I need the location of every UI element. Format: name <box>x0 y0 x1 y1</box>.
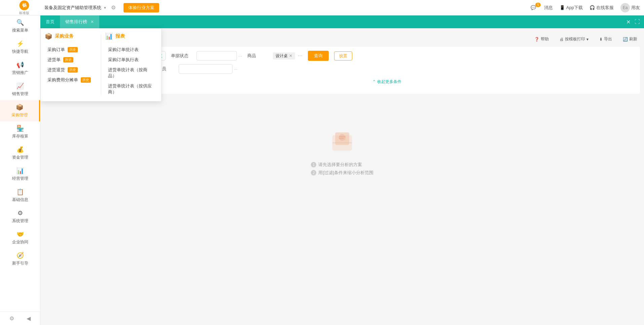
sidebar-item-sales[interactable]: 📈 销售管理 <box>0 79 40 100</box>
dropdown-item-purchase-expense[interactable]: 采购费用分摊单 历史 <box>45 75 97 85</box>
sidebar-item-search-menu[interactable]: 🔍 搜索菜单 <box>0 15 40 37</box>
tab-home-label: 首页 <box>46 19 55 25</box>
flash-icon: ⚡ <box>16 40 24 47</box>
svg-point-4 <box>339 134 346 141</box>
tab-sales-ranking[interactable]: 销售排行榜 ✕ <box>60 15 99 28</box>
dropdown-item-label: 采购订单执行表 <box>108 57 139 63</box>
sidebar-item-label: 库存核算 <box>12 133 28 139</box>
goods-filter-wrapper: 设计桌 ✕ ··· <box>273 52 302 59</box>
main-layout: 🔍 搜索菜单 ⚡ 快捷导航 📢 营销推广 📈 销售管理 📦 采购管理 🏪 <box>0 15 644 325</box>
dropdown-item-order-execution[interactable]: 采购订单执行表 <box>105 55 157 65</box>
status-dots: ··· <box>238 53 242 58</box>
goods-dots: ··· <box>298 53 302 59</box>
print-button[interactable]: 🖨 按模板打印 ▾ <box>557 35 591 43</box>
megaphone-icon: 📢 <box>16 61 24 69</box>
dropdown-title-purchase: 📦 采购业务 <box>45 33 97 42</box>
sidebar-item-basic-info[interactable]: 📋 基础信息 <box>0 185 40 206</box>
sidebar-item-system[interactable]: ⚙ 系统管理 <box>0 206 40 227</box>
dropdown-item-receipt-by-supplier[interactable]: 进货单统计表（按供应商） <box>105 81 157 97</box>
tab-bar-wrapper: 首页 销售排行榜 ✕ ✕ ⛶ 📦 采购业务 <box>40 15 644 28</box>
sidebar-item-label: 采购管理 <box>11 112 28 118</box>
message-badge: 6 <box>535 3 541 7</box>
dropdown-item-receipt-by-goods[interactable]: 进货单统计表（按商品） <box>105 65 157 81</box>
search-icon: 🔍 <box>16 19 24 26</box>
tab-home[interactable]: 首页 <box>40 15 60 28</box>
sidebar-item-label: 搜索菜单 <box>12 28 28 33</box>
history-badge: 历史 <box>63 57 73 63</box>
content-area: 首页 销售排行榜 ✕ ✕ ⛶ 📦 采购业务 <box>40 15 644 325</box>
sidebar-nav: 🔍 搜索菜单 ⚡ 快捷导航 📢 营销推广 📈 销售管理 📦 采购管理 🏪 <box>0 15 40 312</box>
online-service-button[interactable]: 🎧 在线客服 <box>589 5 614 11</box>
app-download-button[interactable]: 📱 App下载 <box>560 5 583 11</box>
sidebar-item-enterprise[interactable]: 🤝 企业协同 <box>0 227 40 248</box>
dropdown-item-label: 进货单统计表（按商品） <box>108 67 155 79</box>
dropdown-item-label: 进货单统计表（按供应商） <box>108 83 155 95</box>
user-button[interactable]: Ea 用友 <box>620 3 640 12</box>
sidebar-item-operations[interactable]: 📊 经营管理 <box>0 164 40 185</box>
settings-gear-icon[interactable]: ⚙ <box>109 3 118 12</box>
print-icon: 🖨 <box>560 37 564 42</box>
dropdown-item-purchase-order[interactable]: 采购订单 历史 <box>45 45 97 55</box>
dropdown-item-goods-return[interactable]: 进货退货 历史 <box>45 65 97 75</box>
sidebar-item-quick-nav[interactable]: ⚡ 快捷导航 <box>0 37 40 58</box>
sidebar-item-capital[interactable]: 💰 资金管理 <box>0 143 40 164</box>
status-select-wrapper: ··· <box>196 51 242 60</box>
help-button[interactable]: ❓ 帮助 <box>532 35 551 43</box>
settings-button[interactable]: 设置 <box>334 51 352 60</box>
chevron-up-icon: ⌃ <box>372 79 376 84</box>
salesperson-input[interactable] <box>179 64 232 74</box>
logo-area: 畅 标准版 <box>4 0 44 15</box>
top-header: 畅 标准版 装备及固定资产辅助管理系统 ▾ ⚙ 体验行业方案 💬 6 消息 📱 … <box>0 0 644 15</box>
chart-icon: 📈 <box>16 82 24 90</box>
dropdown-item-label: 采购费用分摊单 <box>47 77 78 83</box>
phone-icon: 📱 <box>560 5 565 10</box>
header-right: 💬 6 消息 📱 App下载 🎧 在线客服 Ea 用友 <box>531 3 640 12</box>
history-badge: 历史 <box>81 77 91 83</box>
status-select[interactable] <box>196 51 237 60</box>
dropdown-item-label: 进货单 <box>47 57 61 63</box>
goods-tag-close-icon[interactable]: ✕ <box>289 53 292 58</box>
sidebar-item-label: 新手引导 <box>12 260 28 266</box>
dropdown-item-goods-receipt[interactable]: 进货单 历史 <box>45 55 97 65</box>
query-button[interactable]: 查询 <box>308 51 329 61</box>
export-icon: ⬇ <box>599 37 603 42</box>
refresh-button[interactable]: 🔄 刷新 <box>620 35 640 43</box>
chevron-down-icon[interactable]: ▾ <box>104 5 106 10</box>
help-icon: ❓ <box>534 37 539 42</box>
sidebar-item-label: 经营管理 <box>12 176 28 181</box>
avatar: Ea <box>620 3 630 12</box>
dropdown-col-reports: 📊 报表 采购订单统计表 采购订单执行表 进货单统计表（按商品） 进货单统计表（… <box>101 33 162 97</box>
sidebar-item-purchase[interactable]: 📦 采购管理 <box>0 100 40 121</box>
export-button[interactable]: ⬇ 导出 <box>597 35 615 43</box>
message-button[interactable]: 💬 6 消息 <box>531 5 553 11</box>
tab-close-all-icon[interactable]: ✕ <box>626 19 631 25</box>
collapse-sidebar-icon[interactable]: ◀ <box>27 315 31 322</box>
history-badge: 历史 <box>68 67 78 73</box>
empty-state: 1 请先选择要分析的方案 2 用[过滤]条件来缩小分析范围 <box>44 97 640 203</box>
collapse-filter-button[interactable]: ⌃ 收起更多条件 <box>372 79 401 85</box>
empty-hint-1: 1 请先选择要分析的方案 <box>311 162 362 168</box>
dropdown-item-order-stats[interactable]: 采购订单统计表 <box>105 45 157 55</box>
dropdown-item-label: 采购订单 <box>47 47 65 53</box>
status-filter-label: 单据状态 <box>171 53 191 59</box>
dropdown-item-label: 采购订单统计表 <box>108 47 139 53</box>
hint-num-1: 1 <box>311 162 316 167</box>
purchase-dropdown-menu: 📦 采购业务 采购订单 历史 进货单 历史 进货退货 历史 <box>40 28 162 101</box>
headset-icon: 🎧 <box>589 5 595 10</box>
operations-icon: 📊 <box>16 167 24 174</box>
money-icon: 💰 <box>16 146 24 153</box>
industry-button[interactable]: 体验行业方案 <box>123 3 159 12</box>
salesperson-dots: ··· <box>234 67 238 72</box>
history-badge: 历史 <box>68 47 78 52</box>
tab-sales-ranking-label: 销售排行榜 <box>65 19 87 25</box>
sidebar-item-inventory[interactable]: 🏪 库存核算 <box>0 121 40 143</box>
sidebar-item-guide[interactable]: 🧭 新手引导 <box>0 248 40 270</box>
sidebar-item-label: 基础信息 <box>12 197 28 203</box>
sidebar-item-marketing[interactable]: 📢 营销推广 <box>0 58 40 79</box>
sidebar-item-label: 销售管理 <box>12 91 28 97</box>
settings-bottom-icon[interactable]: ⚙ <box>9 315 14 322</box>
logo-label: 标准版 <box>19 11 29 15</box>
tab-expand-icon[interactable]: ⛶ <box>635 19 640 25</box>
store-icon: 🏪 <box>16 125 24 132</box>
tab-close-icon[interactable]: ✕ <box>91 19 94 24</box>
